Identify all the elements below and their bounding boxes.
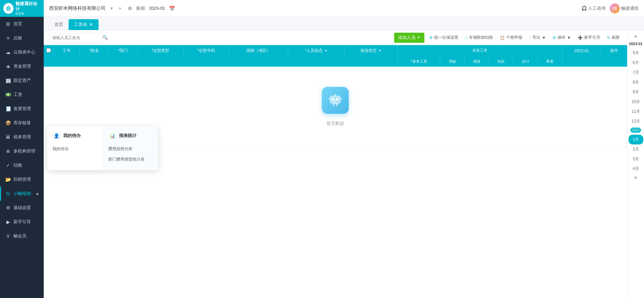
select-all-checkbox[interactable]	[46, 48, 51, 53]
month-7[interactable]: 7月	[629, 68, 643, 77]
multi-icon: ⊕	[5, 148, 11, 154]
headset-icon: 🎧	[581, 6, 587, 11]
sidebar-item-xiaochang[interactable]: G 小畅报销 ◀	[0, 187, 44, 201]
sidebar-item-salary[interactable]: 💵 工资	[0, 88, 44, 102]
popup-menu: 👤 我的待办 我的待办 📊 报表统计 费用趋势分析 部门费用类型统计表	[47, 126, 158, 170]
popup-item-trend[interactable]: 费用趋势分析	[108, 144, 153, 154]
sidebar-item-label: 归档管理	[13, 176, 31, 183]
status-filter-icon[interactable]: ▼	[325, 49, 328, 53]
th-id-no: *证型号码	[183, 45, 229, 56]
svg-rect-4	[335, 94, 336, 96]
operation-icon: ⚙	[553, 35, 556, 40]
social-security-btn[interactable]: ⚙ 统一社保设置	[427, 33, 460, 43]
social-security-icon: ⚙	[429, 35, 433, 40]
sidebar-item-assets[interactable]: 🏢 固定资产	[0, 73, 44, 88]
month-panel: ▲ 2023.01 5月 6月 7月 8月 9月 10月 11月 12月 202…	[627, 30, 644, 298]
sidebar-item-guide[interactable]: ▶ 新手引导	[0, 215, 44, 229]
user-name: 畅捷通组	[621, 5, 639, 11]
svg-point-1	[332, 98, 335, 101]
month-4[interactable]: 4月	[629, 164, 643, 174]
social-security-label: 统一社保设置	[434, 35, 458, 40]
th-dept: *部门	[109, 45, 138, 56]
newbie-guide-icon: ➕	[578, 35, 583, 40]
sidebar-item-archive[interactable]: 📂 归档管理	[0, 172, 44, 187]
th-deduct: 扣款	[489, 56, 513, 67]
report-filter-icon[interactable]: ▼	[378, 49, 382, 53]
search-input[interactable]	[52, 35, 103, 40]
period-value: 2023-01	[149, 6, 165, 11]
th-salary-group: 应发工资	[397, 45, 562, 56]
user-area[interactable]: CE 畅捷通组	[610, 3, 639, 13]
sidebar-item-label: 新手引导	[13, 219, 31, 225]
add-company-btn[interactable]: ＋	[116, 4, 124, 13]
sidebar-item-label: 结账	[13, 162, 22, 168]
month-8[interactable]: 8月	[629, 77, 643, 87]
tax-report-icon: 📋	[500, 35, 505, 40]
empty-illustration	[322, 87, 349, 114]
tab-salary-label: 工资表	[74, 22, 87, 28]
popup-item-dept[interactable]: 部门费用类型统计表	[108, 154, 153, 165]
app-name: 畅捷通好会计	[15, 1, 40, 11]
sidebar-item-settings[interactable]: ⚙ 基础设置	[0, 201, 44, 215]
sidebar-item-label: 税务管理	[13, 134, 31, 140]
month-6[interactable]: 6月	[629, 58, 643, 68]
tab-salary[interactable]: 工资表 ✕	[69, 19, 99, 30]
logo-icon: 会	[3, 3, 13, 14]
company-dropdown-icon[interactable]: ▼	[110, 6, 114, 11]
sidebar-item-reports[interactable]: ☁ 云报表中心	[0, 45, 44, 59]
assets-icon: 🏢	[5, 78, 11, 83]
th-country: 国籍（地区）	[229, 45, 288, 56]
calendar-icon[interactable]: 📅	[168, 4, 176, 12]
sidebar-item-tax[interactable]: 🏛 税务管理	[0, 130, 44, 144]
month-11[interactable]: 11月	[629, 107, 643, 117]
sidebar-item-member[interactable]: V 畅会员	[0, 229, 44, 243]
th-checkbox[interactable]	[44, 45, 54, 56]
month-12[interactable]: 12月	[629, 117, 643, 126]
th-id-type: *证型类型	[138, 45, 183, 56]
month-10[interactable]: 10月	[629, 97, 643, 107]
operation-label: 操作	[558, 35, 566, 40]
robot-svg	[327, 92, 344, 109]
sidebar: 会 畅捷通好会计 旗舰版 ⊞ 首页 ≡ 总账 ☁ 云报表中心 ◈ 资金管理 🏢 …	[0, 0, 44, 298]
month-5[interactable]: 5月	[629, 48, 643, 58]
th-status: *人员状态 ▼	[288, 45, 344, 56]
sidebar-item-home[interactable]: ⊞ 首页	[0, 17, 44, 31]
sidebar-item-label: 发票管理	[13, 106, 31, 112]
sidebar-item-invoice[interactable]: 🧾 发票管理	[0, 102, 44, 116]
th-pension: 养老	[538, 56, 562, 67]
invoice-icon: 🧾	[5, 106, 11, 111]
sidebar-item-label: 畅会员	[13, 233, 27, 239]
month-3[interactable]: 3月	[629, 154, 643, 164]
month-1[interactable]: 1月	[629, 135, 643, 144]
sidebar-item-funds[interactable]: ◈ 资金管理	[0, 59, 44, 73]
empty-text: 暂无数据	[327, 121, 344, 127]
month-panel-header: 2023.01	[628, 40, 644, 48]
member-icon: V	[5, 233, 11, 239]
sidebar-item-settle[interactable]: ✓ 结账	[0, 158, 44, 172]
month-next-btn[interactable]: ▼	[629, 174, 643, 182]
month-prev-btn[interactable]: ▲	[629, 32, 643, 40]
sidebar-item-inventory[interactable]: 📦 库存核算	[0, 116, 44, 130]
popup-right-icon: 📊	[108, 132, 116, 140]
month-9[interactable]: 9月	[629, 87, 643, 97]
newbie-guide-btn[interactable]: ➕ 新手引导	[576, 33, 602, 43]
refresh-btn[interactable]: ↻ 刷新	[605, 33, 622, 43]
export-btn[interactable]: ↑ 导出 ▼	[527, 33, 548, 43]
tab-home[interactable]: 首页	[49, 19, 69, 30]
tax-icon: 🏛	[5, 134, 11, 140]
tax-report-btn[interactable]: 📋 个税申报	[498, 33, 524, 43]
service-btn[interactable]: 🎧 人工咨询	[581, 5, 606, 11]
popup-item-todo[interactable]: 我的待办	[52, 144, 97, 154]
settings-btn[interactable]: ⚙	[126, 4, 134, 12]
th-total: 合计	[513, 56, 537, 67]
operation-btn[interactable]: ⚙ 操作 ▼	[551, 33, 573, 43]
home-icon: ⊞	[5, 21, 11, 27]
sidebar-item-ledger[interactable]: ≡ 总账	[0, 31, 44, 45]
popup-left-title: 👤 我的待办	[52, 132, 97, 140]
sidebar-item-multi[interactable]: ⊕ 多机构管理	[0, 144, 44, 158]
tab-close-btn[interactable]: ✕	[89, 22, 93, 27]
month-2[interactable]: 2月	[629, 144, 643, 154]
special-deduct-btn[interactable]: □ 专项附加扣除	[463, 33, 495, 43]
topbar-right: 🎧 人工咨询 CE 畅捷通组	[581, 3, 639, 13]
add-person-btn[interactable]: 添加人员 ▼	[394, 33, 424, 43]
